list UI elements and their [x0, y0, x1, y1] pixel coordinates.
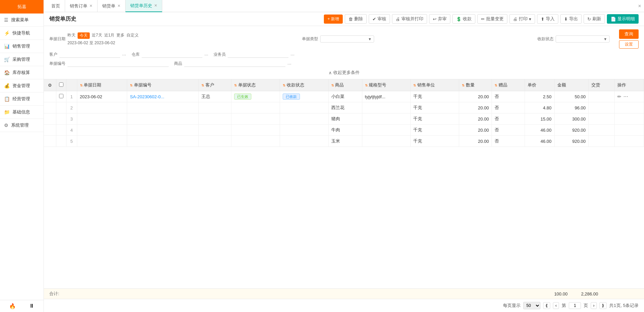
payment-status-select[interactable]: ▾: [556, 35, 610, 43]
row-select-checkbox[interactable]: [59, 94, 63, 98]
row-action: [614, 125, 644, 136]
col-doc-status[interactable]: ⇅ 单据状态: [231, 79, 280, 91]
row-checkbox[interactable]: [56, 91, 66, 102]
total-records: 共1页, 5条记录: [609, 303, 639, 309]
staff-picker-icon[interactable]: ···: [290, 52, 295, 57]
sidebar-item-finance[interactable]: 💰 资金管理: [0, 79, 44, 93]
goods-picker-icon[interactable]: ···: [287, 61, 291, 67]
sidebar-item-search-menu[interactable]: ☰ 搜索菜单: [0, 14, 44, 27]
print-button[interactable]: 🖨 打印 ▾: [509, 14, 535, 24]
sidebar-pause-icon[interactable]: ⏸: [29, 303, 34, 309]
collapse-filter-button[interactable]: ∧ 收起更多条件: [49, 70, 639, 76]
col-action: 操作: [614, 79, 644, 91]
date-tab-custom[interactable]: 自定义: [127, 32, 139, 39]
tab-home[interactable]: 首页: [47, 0, 65, 12]
col-trade: 交货: [588, 79, 614, 91]
export-button[interactable]: ⬇ 导出: [560, 14, 582, 24]
customer-picker-icon[interactable]: ···: [122, 52, 126, 57]
summary-totals: 100.00 2,286.00: [554, 291, 598, 296]
review-print-button[interactable]: 🖨 审核并打印: [392, 14, 427, 24]
sidebar-item-operations[interactable]: 📋 经营管理: [0, 93, 44, 106]
close-all-tabs-button[interactable]: ✕: [638, 4, 641, 8]
col-payment-status[interactable]: ⇅ 收款状态: [280, 79, 329, 91]
row-qty: 20.00: [459, 125, 492, 136]
inventory-icon: 🏠: [4, 70, 10, 75]
settings-button[interactable]: 设置: [619, 40, 639, 49]
doc-status-badge: 已生效: [234, 94, 251, 100]
col-gift[interactable]: ⇅ 赠品: [492, 79, 525, 91]
col-qty[interactable]: ⇅ 数量: [459, 79, 492, 91]
first-page-button[interactable]: ⟪: [543, 302, 550, 309]
sidebar-item-system-mgmt[interactable]: ⚙ 系统管理: [0, 119, 44, 132]
sidebar-item-basic-info[interactable]: 📁 基础信息: [0, 106, 44, 119]
row-doc-no: [127, 102, 199, 113]
more-icon[interactable]: ⋯: [623, 94, 628, 99]
doc-no-link[interactable]: SA-20230602-0...: [130, 94, 164, 99]
row-spec: [362, 102, 411, 113]
row-doc-status: [231, 125, 280, 136]
abandon-button[interactable]: ↩ 弃审: [429, 14, 450, 24]
tab-sales-delivery-close[interactable]: ✕: [117, 4, 120, 8]
row-amount: 50.00: [554, 91, 588, 102]
import-button[interactable]: ⬆ 导入: [537, 14, 558, 24]
tab-sales-order-close[interactable]: ✕: [89, 4, 92, 8]
page-number-input[interactable]: [569, 302, 581, 309]
warehouse-picker-icon[interactable]: ···: [204, 52, 208, 57]
row-checkbox[interactable]: [56, 102, 66, 113]
sidebar-item-quick-nav[interactable]: ⚡ 快捷导航: [0, 27, 44, 40]
row-spec: tyjytjtyjdf...: [362, 91, 411, 102]
col-unit[interactable]: ⇅ 销售单位: [411, 79, 459, 91]
next-page-button[interactable]: ›: [591, 302, 597, 309]
doc-type-select[interactable]: ▾: [320, 35, 374, 43]
tab-sales-history[interactable]: 销货单历史 ✕: [125, 0, 162, 12]
row-checkbox[interactable]: [56, 136, 66, 147]
sidebar-fire-icon[interactable]: 🔥: [9, 303, 16, 309]
staff-input[interactable]: [228, 51, 288, 58]
show-detail-button[interactable]: 📄 显示明细: [607, 14, 639, 24]
prev-page-button[interactable]: ‹: [553, 302, 559, 309]
warehouse-input[interactable]: [142, 51, 202, 58]
date-tab-1month[interactable]: 近1月: [104, 32, 115, 39]
sidebar-item-label: 基础信息: [12, 109, 30, 115]
query-button[interactable]: 查询: [619, 29, 639, 39]
sidebar-item-sales-mgmt[interactable]: 📊 销售管理: [0, 40, 44, 53]
last-page-button[interactable]: ⟫: [599, 302, 607, 309]
col-doc-no[interactable]: ⇅ 单据编号: [127, 79, 199, 91]
summary-total-qty: 100.00: [554, 291, 568, 296]
new-button[interactable]: + 新增: [324, 15, 343, 24]
warehouse-label: 仓库: [132, 52, 140, 57]
select-all-checkbox[interactable]: [59, 82, 63, 87]
sidebar-item-inventory[interactable]: 🏠 库存核算: [0, 66, 44, 79]
edit-icon[interactable]: ✏: [617, 94, 621, 99]
customer-input[interactable]: [59, 51, 120, 58]
doc-no-input[interactable]: [67, 60, 169, 67]
row-unit: 千克: [411, 113, 459, 125]
date-tab-today[interactable]: 今天: [78, 32, 90, 39]
row-checkbox[interactable]: [56, 113, 66, 125]
tab-sales-order-label: 销售订单: [70, 3, 87, 9]
row-trade: [588, 102, 614, 113]
batch-change-button[interactable]: ✏ 批量变更: [477, 14, 507, 24]
date-tab-yesterday[interactable]: 昨天: [67, 32, 76, 39]
row-checkbox[interactable]: [56, 125, 66, 136]
col-spec[interactable]: ⇅ 规格型号: [362, 79, 411, 91]
delete-button[interactable]: 🗑 删除: [345, 14, 367, 24]
page-size-select[interactable]: 50 100 200: [523, 302, 540, 309]
basic-info-icon: 📁: [4, 109, 10, 115]
goods-input[interactable]: [184, 60, 285, 67]
col-customer[interactable]: ⇅ 客户: [199, 79, 231, 91]
row-unit: 千克: [411, 136, 459, 147]
tab-sales-order[interactable]: 销售订单 ✕: [65, 0, 97, 12]
col-goods[interactable]: ⇅ 商品: [328, 79, 362, 91]
tab-sales-history-close[interactable]: ✕: [154, 3, 157, 8]
sidebar-item-purchase-mgmt[interactable]: 🛒 采购管理: [0, 53, 44, 66]
refresh-button[interactable]: ↻ 刷新: [584, 14, 605, 24]
tab-sales-delivery[interactable]: 销货单 ✕: [97, 0, 125, 12]
collect-button[interactable]: 💲 收款: [452, 14, 475, 24]
col-gear[interactable]: ⚙: [44, 79, 56, 91]
col-doc-date[interactable]: ⇅ 单据日期: [77, 79, 127, 91]
date-tab-7days[interactable]: 近7天: [92, 32, 102, 39]
sort-icon: ⇅: [130, 83, 133, 87]
review-button[interactable]: ✔ 审核: [369, 14, 390, 24]
date-tab-more[interactable]: 更多: [116, 32, 124, 39]
